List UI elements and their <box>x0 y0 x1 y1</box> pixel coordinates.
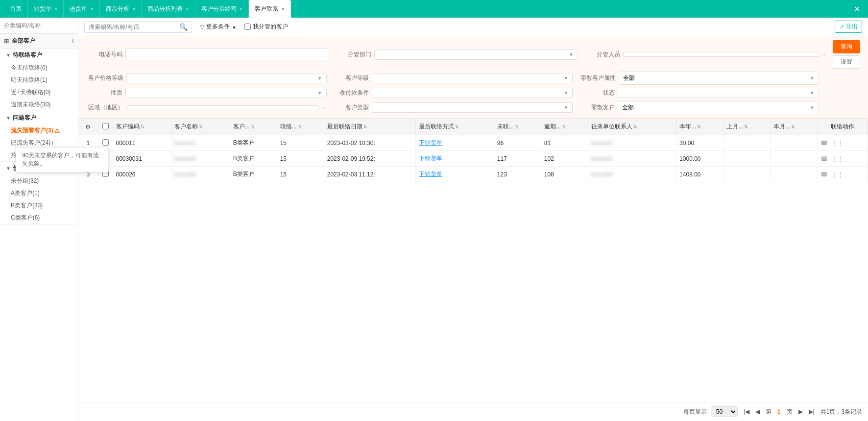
page-size-select[interactable]: 50 100 <box>711 406 738 417</box>
action-more-icon-2[interactable]: ⋮⋮ <box>832 171 844 178</box>
cell-contact-0: 15 <box>277 135 324 151</box>
last-page-btn[interactable]: ▶| <box>807 407 817 416</box>
prev-page-btn[interactable]: ◀ <box>753 407 762 416</box>
query-button[interactable]: 查询 <box>833 40 860 53</box>
nav-customer-tier-close[interactable]: × <box>240 6 242 12</box>
col-header-company-contact[interactable]: 往来单位联系人 ⇅ <box>588 119 676 135</box>
nav-customer-contact-close[interactable]: × <box>281 6 284 12</box>
col-header-type[interactable]: 客户... ⇅ <box>230 119 277 135</box>
cell-last-date-0: 2023-03-02 10:30: <box>324 135 415 151</box>
main-search-input[interactable] <box>89 24 179 30</box>
settings-button[interactable]: 设置 <box>833 55 860 69</box>
cell-type-2: B类客户 <box>230 167 277 182</box>
sidebar-group-pending-title[interactable]: ▼ 待联络客户 <box>0 49 78 62</box>
first-page-btn[interactable]: |◀ <box>742 407 751 416</box>
nav-goods-analysis[interactable]: 商品分析 × <box>100 0 142 18</box>
customer-type-select[interactable]: ▼ <box>372 102 573 113</box>
row-checkbox-0[interactable] <box>102 139 109 146</box>
sidebar-group-problem-label: 问题客户 <box>13 114 36 122</box>
sidebar-item-churn-warning[interactable]: 流失预警客户(3) ⚠ <box>0 124 78 137</box>
cell-last-way-2[interactable]: 下销货单 <box>415 167 494 182</box>
table-row: 3 000026 blurred5 B类客户 15 2023-02-03 11:… <box>78 167 868 182</box>
funnel-icon: ▽ <box>200 24 204 30</box>
sidebar-item-week-contact[interactable]: 近7天待联络(0) <box>0 86 78 99</box>
more-conditions-btn[interactable]: ▽ 更多条件 ▲ <box>196 21 241 32</box>
my-customers-checkbox-wrap[interactable]: 我分管的客户 <box>244 23 288 31</box>
sidebar-item-overdue-contact[interactable]: 逾期未联络(30) <box>0 99 78 111</box>
col-header-name[interactable]: 客户名称 ⇅ <box>171 119 230 135</box>
select-all-checkbox[interactable] <box>102 123 109 129</box>
col-check[interactable] <box>98 119 113 135</box>
region-select[interactable] <box>126 105 319 110</box>
nav-purchase[interactable]: 进货单 × <box>64 0 99 18</box>
nav-goods-list-close[interactable]: × <box>186 6 189 12</box>
filter-row-1: 电话号码 分管部门 ▼ 分管人员 ··· <box>84 40 862 69</box>
cell-last-way-0[interactable]: 下销货单 <box>415 135 494 151</box>
filter-cell-payment: 收付款条件 ▼ <box>331 88 577 98</box>
scatter-attr-select[interactable]: 全部 ▼ <box>619 72 819 85</box>
col-header-last-way[interactable]: 最后联络方式 ⇅ <box>415 119 494 135</box>
main-search-icon[interactable]: 🔍 <box>179 23 188 31</box>
col-header-code[interactable]: 客户编码 ⇅ <box>113 119 171 135</box>
nav-customer-tier[interactable]: 客户分层经营 × <box>195 0 249 18</box>
sidebar-item-tomorrow-contact[interactable]: 明天待联络(1) <box>0 74 78 86</box>
sidebar-item-today-contact[interactable]: 今天待联络(0) <box>0 62 78 74</box>
all-customers-item[interactable]: ⊞ 全部客户 《 <box>0 34 78 49</box>
price-grade-select[interactable]: ▼ <box>126 73 327 83</box>
top-nav: 首页 销货单 × 进货单 × 商品分析 × 商品分析列表 × 客户分层经营 × … <box>0 0 868 18</box>
status-select[interactable]: ▼ <box>618 88 819 98</box>
col-header-this-month[interactable]: 本月... ⇅ <box>771 119 818 135</box>
sidebar-search-input[interactable] <box>4 22 77 29</box>
manager-more-icon[interactable]: ··· <box>822 51 827 58</box>
col-header-this-year[interactable]: 本年... ⇅ <box>676 119 723 135</box>
payment-select[interactable]: ▼ <box>372 88 573 98</box>
next-page-btn[interactable]: ▶ <box>796 407 805 416</box>
my-customers-checkbox[interactable] <box>244 24 251 30</box>
page-nav: |◀ ◀ 第 1 页 ▶ ▶| <box>742 407 817 417</box>
col-header-overdue[interactable]: 逾期... ⇅ <box>541 119 588 135</box>
dept-select[interactable]: ▼ <box>374 50 578 60</box>
current-page-num: 1 <box>775 407 783 416</box>
window-close-button[interactable]: ✕ <box>850 4 864 14</box>
action-contact-icon-2[interactable]: ☎ <box>820 171 828 178</box>
cell-this-year-2: 1408.00 <box>676 167 723 182</box>
nav-home[interactable]: 首页 <box>4 0 28 18</box>
sidebar-item-no-group[interactable]: 未分组(32) <box>0 175 78 187</box>
manager-select[interactable] <box>623 52 819 57</box>
nav-customer-contact[interactable]: 客户联系 × <box>249 0 290 18</box>
cell-last-way-1[interactable]: 下销货单 <box>415 151 494 167</box>
col-settings[interactable]: ⚙ <box>78 119 98 135</box>
region-more-icon[interactable]: ··· <box>322 104 327 111</box>
filter-cell-dept: 分管部门 ▼ <box>333 50 582 60</box>
nav-sales[interactable]: 销货单 × <box>28 0 64 18</box>
sidebar-item-class-c[interactable]: C类客户(6) <box>0 212 78 224</box>
scatter-select[interactable]: 全部 ▼ <box>618 101 819 114</box>
action-contact-icon-0[interactable]: ☎ <box>820 140 828 147</box>
action-contact-icon-1[interactable]: ☎ <box>820 155 828 162</box>
col-header-contact[interactable]: 联络... ⇅ <box>277 119 324 135</box>
nav-sales-close[interactable]: × <box>54 6 57 12</box>
col-header-last-date[interactable]: 最后联络日期 ⇅ <box>324 119 415 135</box>
total-label: 共1页，3条记录 <box>820 408 862 416</box>
action-more-icon-1[interactable]: ⋮⋮ <box>832 155 844 162</box>
sidebar-group-problem-title[interactable]: ▼ 问题客户 <box>0 111 78 124</box>
table-row: 2 00030031 blurred3 B类客户 15 2023-02-09 1… <box>78 151 868 167</box>
customer-grade-select[interactable]: ▼ <box>372 73 573 83</box>
scatter-attr-down-icon: ▼ <box>810 75 815 81</box>
nav-goods-list[interactable]: 商品分析列表 × <box>142 0 195 18</box>
nature-select[interactable]: ▼ <box>125 88 327 98</box>
col-header-last-month[interactable]: 上月... ⇅ <box>723 119 771 135</box>
filter-cell-nature: 性质 ▼ <box>84 88 331 98</box>
sidebar-item-class-a[interactable]: A类客户(1) <box>0 187 78 199</box>
sidebar-item-class-b[interactable]: B类客户(33) <box>0 199 78 212</box>
sort-icon-last-way: ⇅ <box>455 124 459 129</box>
nav-purchase-close[interactable]: × <box>90 6 93 12</box>
sort-icon-last-month: ⇅ <box>744 124 748 129</box>
action-more-icon-0[interactable]: ⋮⋮ <box>832 140 844 147</box>
export-btn[interactable]: ↗ 导出 <box>835 21 862 33</box>
col-header-uncontact[interactable]: 未联... ⇅ <box>494 119 541 135</box>
cell-name-0: blurred1 <box>171 135 230 151</box>
filter-actions: 查询 设置 <box>831 40 862 69</box>
phone-input[interactable] <box>125 49 329 60</box>
nav-goods-analysis-close[interactable]: × <box>132 6 135 12</box>
